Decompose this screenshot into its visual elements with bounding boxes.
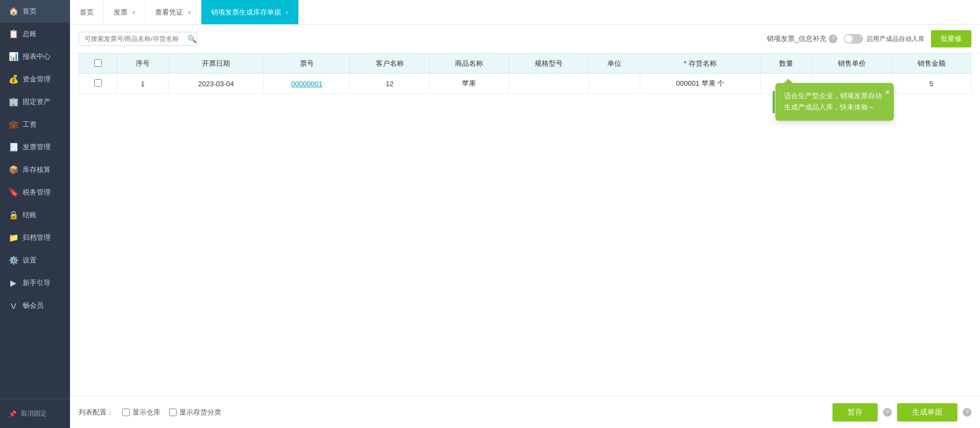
generate-button[interactable]: 生成单据 [897, 403, 957, 422]
tab-home[interactable]: 首页 [70, 0, 104, 24]
sidebar-item-funds[interactable]: 💰 资金管理 [0, 68, 70, 91]
save-button[interactable]: 暂存 [832, 403, 878, 422]
toolbar-right: 销项发票_信息补充 ? 启用产成品自动入库 批量修 [767, 30, 971, 47]
auto-warehouse-toggle[interactable] [844, 34, 863, 44]
sidebar-item-label: 归档管理 [23, 233, 51, 243]
col-product: 商品名称 [429, 54, 509, 74]
col-unit: 单位 [589, 54, 640, 74]
footer-buttons: 暂存 ? 生成单据 ? [832, 403, 971, 422]
col-date: 开票日期 [169, 54, 264, 74]
home-icon: 🏠 [9, 6, 18, 16]
save-info-icon[interactable]: ? [883, 408, 892, 417]
row-spec [509, 74, 589, 94]
row-unit [589, 74, 640, 94]
sidebar-item-tax[interactable]: 🔖 税务管理 [0, 181, 70, 204]
main-area: 首页 发票 × 查看凭证 × 销项发票生成库存单据 × 🔍 销项发票_信息补充 … [70, 0, 980, 428]
tab-invoice-close[interactable]: × [132, 9, 135, 16]
tab-return-label: 销项发票生成库存单据 [211, 8, 281, 17]
sidebar-bottom: 📌 取消固定 [0, 399, 70, 428]
col-price: 销售单价 [812, 54, 892, 74]
sidebar-item-label: 新手引导 [23, 278, 51, 288]
sidebar-item-label: 库存核算 [23, 165, 51, 175]
show-warehouse-wrap[interactable]: 显示仓库 [122, 408, 160, 417]
show-warehouse-checkbox[interactable] [122, 409, 130, 416]
archive-icon: 📁 [9, 233, 18, 243]
sidebar-item-guide[interactable]: ▶ 新手引导 [0, 272, 70, 294]
row-amount: 5 [892, 74, 971, 94]
sidebar-item-label: 总账 [23, 29, 37, 39]
pin-icon: 📌 [9, 410, 17, 418]
row-inventory: 000001 苹果 个 [640, 74, 760, 94]
tab-voucher-close[interactable]: × [187, 9, 191, 16]
pin-label: 取消固定 [21, 409, 47, 418]
info-icon[interactable]: ? [829, 34, 837, 43]
show-warehouse-label: 显示仓库 [132, 408, 160, 417]
sidebar-item-label: 工资 [23, 120, 37, 129]
row-customer: 12 [350, 74, 430, 94]
sidebar-item-settings[interactable]: ⚙️ 设置 [0, 249, 70, 272]
search-input[interactable] [79, 32, 197, 46]
sidebar-item-label: 畅会员 [23, 301, 44, 310]
select-all-checkbox[interactable] [94, 59, 102, 67]
col-checkbox [79, 54, 117, 74]
batch-button[interactable]: 批量修 [931, 30, 971, 47]
tab-return[interactable]: 销项发票生成库存单据 × [201, 0, 299, 24]
vip-icon: V [9, 301, 18, 310]
unpin-button[interactable]: 📌 取消固定 [0, 405, 70, 423]
search-button[interactable]: 🔍 [187, 34, 197, 43]
sidebar-item-label: 首页 [23, 6, 37, 16]
row-checkbox-cell [79, 74, 117, 94]
sidebar-item-label: 结账 [23, 210, 37, 220]
tab-voucher[interactable]: 查看凭证 × [145, 0, 201, 24]
show-category-wrap[interactable]: 显示存货分类 [169, 408, 221, 417]
sidebar-item-ledger[interactable]: 📋 总账 [0, 23, 70, 45]
generate-info-icon[interactable]: ? [963, 408, 971, 417]
sidebar-item-invoice-mgmt[interactable]: 🧾 发票管理 [0, 136, 70, 158]
closing-icon: 🔒 [9, 210, 18, 220]
col-qty: 数量 [760, 54, 811, 74]
toggle-wrap: 启用产成品自动入库 [844, 34, 925, 44]
sidebar-item-payroll[interactable]: 💼 工资 [0, 113, 70, 136]
report-icon: 📊 [9, 52, 18, 61]
sidebar-item-vip[interactable]: V 畅会员 [0, 294, 70, 317]
sidebar-item-label: 资金管理 [23, 74, 51, 84]
sidebar-item-home[interactable]: 🏠 首页 [0, 0, 70, 23]
row-checkbox[interactable] [94, 79, 102, 87]
tab-return-close[interactable]: × [285, 9, 289, 16]
tab-invoice-label: 发票 [114, 8, 128, 17]
sidebar: 🏠 首页 📋 总账 📊 报表中心 💰 资金管理 🏢 固定资产 💼 工资 🧾 发票… [0, 0, 70, 428]
tooltip-close-button[interactable]: × [885, 86, 890, 98]
tab-invoice[interactable]: 发票 × [104, 0, 145, 24]
toolbar: 🔍 销项发票_信息补充 ? 启用产成品自动入库 批量修 [70, 25, 980, 53]
show-category-checkbox[interactable] [169, 409, 177, 416]
row-seq: 1 [117, 74, 168, 94]
tooltip-text: 适合生产型企业，销项发票自动生成产成品入库，快来体验～ [784, 92, 882, 111]
sidebar-item-closing[interactable]: 🔒 结账 [0, 204, 70, 226]
sidebar-item-inventory[interactable]: 📦 库存核算 [0, 158, 70, 181]
sidebar-item-fixed-assets[interactable]: 🏢 固定资产 [0, 91, 70, 113]
fixed-assets-icon: 🏢 [9, 97, 18, 107]
col-amount: 销售金额 [892, 54, 971, 74]
toolbar-left: 🔍 [79, 32, 197, 46]
row-number[interactable]: 00000001 [264, 74, 350, 94]
sidebar-item-label: 发票管理 [23, 142, 51, 152]
sidebar-item-report[interactable]: 📊 报表中心 [0, 45, 70, 68]
tab-home-label: 首页 [80, 8, 94, 17]
config-label: 列表配置： [79, 408, 114, 417]
sidebar-item-archive[interactable]: 📁 归档管理 [0, 226, 70, 249]
tax-icon: 🔖 [9, 188, 18, 197]
tooltip-popup: × 适合生产型企业，销项发票自动生成产成品入库，快来体验～ [775, 83, 894, 121]
sidebar-item-label: 报表中心 [23, 52, 51, 61]
tab-bar: 首页 发票 × 查看凭证 × 销项发票生成库存单据 × [70, 0, 980, 25]
col-spec: 规格型号 [509, 54, 589, 74]
sidebar-item-label: 税务管理 [23, 188, 51, 197]
sidebar-item-label: 固定资产 [23, 97, 51, 107]
col-customer: 客户名称 [350, 54, 430, 74]
tooltip-bar [773, 91, 775, 113]
invoice-mgmt-icon: 🧾 [9, 142, 18, 152]
col-inventory: * 存货名称 [640, 54, 760, 74]
content-area: 🔍 销项发票_信息补充 ? 启用产成品自动入库 批量修 [70, 25, 980, 428]
footer: 列表配置： 显示仓库 显示存货分类 暂存 ? 生成单据 ? [70, 396, 980, 428]
inventory-icon: 📦 [9, 165, 18, 175]
settings-icon: ⚙️ [9, 256, 18, 265]
